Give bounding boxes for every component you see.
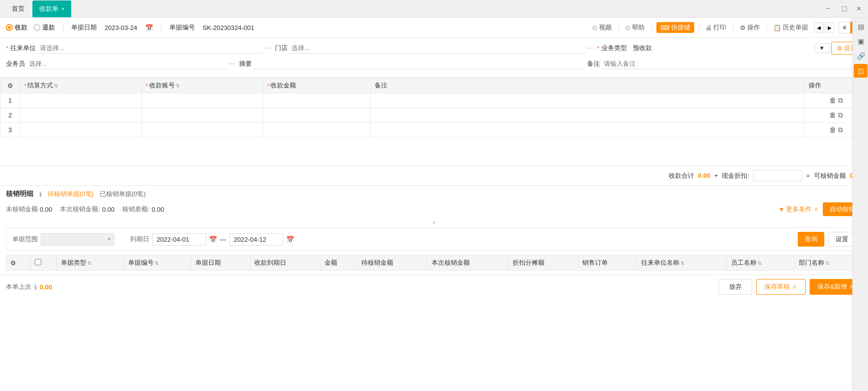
settlement-sort-icon[interactable]: ⇅ bbox=[54, 83, 58, 88]
row-1-copy-icon[interactable]: ⧉ bbox=[838, 96, 843, 105]
row-3-amount[interactable] bbox=[263, 123, 371, 138]
filter-label: 更多条件 ∧ bbox=[786, 205, 819, 214]
minimize-btn[interactable]: － bbox=[821, 2, 835, 15]
bottom-info-icon[interactable]: ℹ bbox=[34, 283, 37, 291]
note-input[interactable] bbox=[602, 58, 862, 69]
shortcut-btn[interactable]: ⌨ 快捷键 bbox=[656, 22, 694, 33]
row-3-note[interactable] bbox=[371, 123, 805, 138]
gear-icon: ⚙ bbox=[837, 45, 842, 52]
table-area: ⚙ * 结算方式 ⇅ * 收款账号 ⇅ bbox=[0, 78, 868, 166]
video-btn[interactable]: ⊙ 视频 bbox=[590, 22, 614, 33]
radio-receipt[interactable]: 收款 bbox=[6, 23, 27, 32]
main-table: ⚙ * 结算方式 ⇅ * 收款账号 ⇅ bbox=[0, 78, 868, 138]
row-3-copy-icon[interactable]: ⧉ bbox=[838, 126, 843, 134]
history-btn[interactable]: 📋 历史单据 bbox=[771, 22, 810, 33]
tab-home[interactable]: 首页 bbox=[4, 0, 32, 17]
staff-more-btn[interactable]: ··· bbox=[229, 59, 235, 68]
bth-doc-date: 单据日期 bbox=[191, 255, 250, 271]
help-btn[interactable]: ⊙ 帮助 bbox=[623, 22, 647, 33]
date-separator: — bbox=[220, 236, 226, 243]
tab-close-btn[interactable]: × bbox=[61, 6, 64, 12]
history-label: 历史单据 bbox=[783, 23, 808, 32]
maximize-btn[interactable]: □ bbox=[839, 2, 850, 15]
right-sidebar: ▤ ▣ 🔗 ◫ bbox=[852, 18, 868, 391]
counterpart-sort[interactable]: ⇅ bbox=[680, 260, 684, 266]
row-3-delete-icon[interactable]: 🗑 bbox=[829, 126, 836, 134]
row-2-delete-icon[interactable]: 🗑 bbox=[829, 111, 836, 119]
print-btn[interactable]: 🖨 打印 bbox=[704, 22, 728, 33]
bth-gear[interactable]: ⚙ bbox=[6, 255, 31, 271]
sidebar-icon-2[interactable]: ▣ bbox=[854, 34, 868, 48]
shop-more-btn[interactable]: ··· bbox=[587, 44, 593, 53]
doc-num-sort[interactable]: ⇅ bbox=[155, 260, 159, 266]
date-start-icon[interactable]: 📅 bbox=[209, 236, 217, 243]
row-num-1: 1 bbox=[0, 93, 20, 108]
business-type-dropdown[interactable]: ▼ bbox=[814, 43, 829, 53]
staff-input[interactable] bbox=[27, 58, 227, 69]
select-all-checkbox[interactable] bbox=[35, 259, 41, 265]
date-value[interactable]: 2023-03-24 bbox=[105, 24, 137, 31]
business-type-value: 预收款 bbox=[633, 44, 652, 53]
row-1-settlement[interactable] bbox=[20, 93, 142, 108]
verify-info-icon[interactable]: ℹ bbox=[39, 191, 42, 198]
bottom-bar: 本单上次 ℹ 0.00 放弃 保存草稿 ∧ 保存&新增 ∧ bbox=[0, 275, 868, 299]
row-1-delete-icon[interactable]: 🗑 bbox=[829, 96, 836, 105]
row-2-settlement[interactable] bbox=[20, 108, 142, 123]
row-num-3: 3 bbox=[0, 123, 20, 138]
row-3-account[interactable] bbox=[141, 123, 263, 138]
sidebar-icon-3[interactable]: 🔗 bbox=[854, 49, 868, 63]
query-section: 单据范围 到期日 📅 — 📅 查询 设置 bbox=[6, 227, 862, 251]
list-view-btn[interactable]: ≡ bbox=[839, 22, 850, 33]
counterpart-more-btn[interactable]: ··· bbox=[265, 44, 271, 53]
calendar-icon[interactable]: 📅 bbox=[145, 24, 153, 31]
counterpart-input[interactable] bbox=[38, 43, 263, 54]
radio-return-label: 退款 bbox=[42, 23, 55, 32]
bottom-gear-icon[interactable]: ⚙ bbox=[10, 259, 16, 267]
bth-pending-amount: 待核销金额 bbox=[357, 255, 427, 271]
staff-sort[interactable]: ⇅ bbox=[758, 260, 761, 266]
account-sort-icon[interactable]: ⇅ bbox=[176, 83, 180, 88]
row-2-account[interactable] bbox=[141, 108, 263, 123]
th-gear[interactable]: ⚙ bbox=[0, 78, 20, 93]
th-note: 备注 bbox=[371, 78, 805, 93]
verify-stats-right: ▼ 更多条件 ∧ 自动核销 bbox=[779, 202, 863, 216]
shop-input[interactable] bbox=[290, 43, 585, 54]
row-1-note[interactable] bbox=[371, 93, 805, 108]
note-field: 备注 bbox=[587, 58, 862, 69]
verify-tab-done[interactable]: 已核销单据(0笔) bbox=[100, 190, 146, 198]
close-btn[interactable]: × bbox=[854, 2, 864, 15]
form-row-1: * 往来单位 ··· 门店 ··· * 业务类型 预收款 ▼ ⚙ 设置 bbox=[6, 42, 862, 55]
table-row: 1 🗑 ⧉ bbox=[0, 93, 868, 108]
radio-return[interactable]: 退款 bbox=[33, 23, 55, 32]
row-2-note[interactable] bbox=[371, 108, 805, 123]
row-2-amount[interactable] bbox=[263, 108, 371, 123]
row-1-amount[interactable] bbox=[263, 93, 371, 108]
query-btn[interactable]: 查询 bbox=[798, 232, 824, 247]
summary-input[interactable] bbox=[254, 58, 583, 69]
nav-next[interactable]: ▶ bbox=[825, 23, 835, 32]
dept-sort[interactable]: ⇅ bbox=[825, 260, 829, 266]
sidebar-icon-1[interactable]: ▤ bbox=[854, 20, 868, 33]
row-1-account[interactable] bbox=[141, 93, 263, 108]
sidebar-icon-4[interactable]: ◫ bbox=[854, 64, 868, 78]
verify-tab-pending[interactable]: 待核销单据(0笔) bbox=[48, 190, 94, 198]
discount-input[interactable] bbox=[753, 170, 802, 181]
filter-btn[interactable]: ▼ 更多条件 ∧ bbox=[779, 205, 819, 214]
nav-prev[interactable]: ◀ bbox=[814, 23, 824, 32]
bth-staff: 员工名称⇅ bbox=[727, 255, 794, 271]
operation-btn[interactable]: ⚙ 操作 bbox=[738, 22, 762, 33]
operation-icon: ⚙ bbox=[740, 24, 746, 31]
tab-active[interactable]: 收款单 × bbox=[32, 0, 71, 17]
date-end-input[interactable] bbox=[229, 233, 283, 246]
date-end-icon[interactable]: 📅 bbox=[286, 236, 294, 243]
row-3-settlement[interactable] bbox=[20, 123, 142, 138]
date-start-input[interactable] bbox=[152, 233, 206, 246]
date-label: 单据日期 bbox=[71, 23, 97, 32]
abandon-btn[interactable]: 放弃 bbox=[719, 279, 752, 295]
query-setting-btn[interactable]: 设置 bbox=[828, 232, 856, 247]
table-gear-icon[interactable]: ⚙ bbox=[7, 82, 13, 89]
range-select[interactable] bbox=[41, 233, 114, 246]
save-draft-btn[interactable]: 保存草稿 ∧ bbox=[756, 279, 806, 295]
doc-type-sort[interactable]: ⇅ bbox=[87, 260, 91, 266]
row-2-copy-icon[interactable]: ⧉ bbox=[838, 111, 843, 119]
